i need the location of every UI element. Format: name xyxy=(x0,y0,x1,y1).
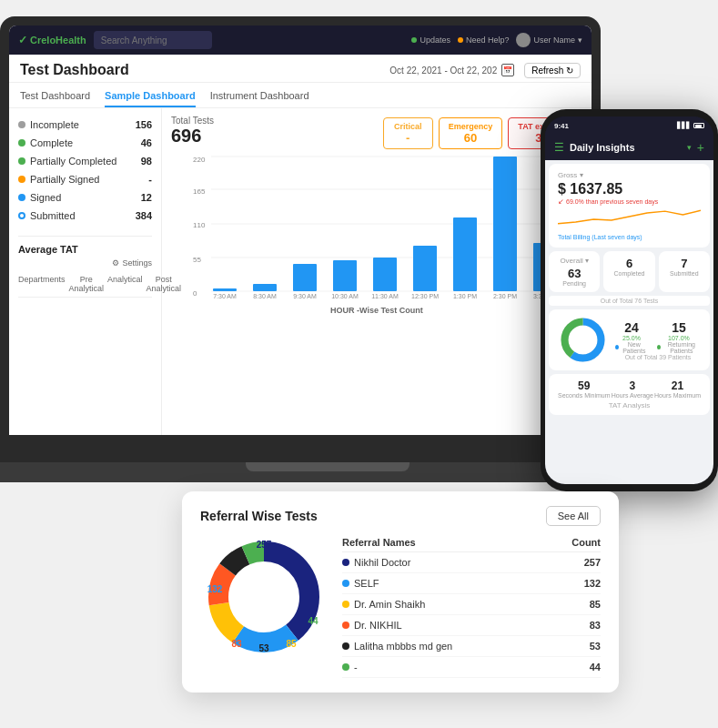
phone: 9:41 ▋▋▋ ☰ Daily Insights ▾ + Gross ▾ $ … xyxy=(541,109,718,491)
svg-rect-24 xyxy=(493,157,517,291)
phone-stats-row: Overall ▾ 63 Pending 6 Completed 7 Submi… xyxy=(549,251,710,292)
referral-content: 257 132 44 53 83 85 Referral Names Count… xyxy=(200,533,601,678)
ref-row-nikhil2: Dr. NIKHIL 83 xyxy=(342,615,601,636)
see-all-button[interactable]: See All xyxy=(546,506,601,526)
svg-text:10:30 AM: 10:30 AM xyxy=(331,293,359,299)
svg-text:12:30 PM: 12:30 PM xyxy=(411,293,439,299)
chart-area: Total Tests 696 Critical - Emergency 60 xyxy=(162,108,592,435)
referral-donut: 257 132 44 53 83 85 xyxy=(200,533,328,661)
referral-title: Referral Wise Tests xyxy=(200,509,318,523)
badges: Critical - Emergency 60 TAT exceeded 330 xyxy=(223,117,582,149)
billing-label: Total Billing (Last seven days) xyxy=(558,234,701,240)
svg-rect-12 xyxy=(253,284,277,291)
tabs: Test Dashboard Sample Dashboard Instrume… xyxy=(9,83,592,108)
phone-header: ☰ Daily Insights ▾ + xyxy=(545,135,713,160)
user-nav[interactable]: User Name ▾ xyxy=(516,33,582,47)
chart-top: Total Tests 696 Critical - Emergency 60 xyxy=(171,116,582,149)
bar-chart-svg: 0 55 110 165 220 xyxy=(171,155,582,300)
total-tests-value: 696 xyxy=(171,126,214,147)
phone-plus-icon[interactable]: + xyxy=(697,140,704,155)
chart-x-label: HOUR -Wise Test Count xyxy=(171,306,582,315)
svg-text:85: 85 xyxy=(286,639,297,649)
phone-stat-submitted: 7 Submitted xyxy=(659,251,710,292)
dashboard: Test Dashboard Oct 22, 2021 - Oct 22, 20… xyxy=(9,55,592,435)
stat-incomplete: Incomplete 156 xyxy=(18,116,152,134)
svg-text:1:30 PM: 1:30 PM xyxy=(453,293,477,299)
svg-text:55: 55 xyxy=(193,256,201,264)
ref-row-lalitha: Lalitha mbbbs md gen 53 xyxy=(342,636,601,657)
ref-row-self: SELF 132 xyxy=(342,573,601,594)
refresh-button[interactable]: Refresh ↻ xyxy=(524,63,581,78)
phone-tat-card: 59 Seconds Minimum 3 Hours Average 21 Ho… xyxy=(549,374,710,415)
date-range: Oct 22, 2021 - Oct 22, 202 📅 Refresh ↻ xyxy=(389,63,581,78)
phone-donut-card: 24 25.0% New Patients 15 107.0% xyxy=(549,309,710,370)
incomplete-dot xyxy=(18,121,25,128)
search-input[interactable] xyxy=(94,31,212,49)
stat-partially-signed: Partially Signed - xyxy=(18,170,152,188)
phone-dropdown[interactable]: ▾ xyxy=(687,143,692,152)
updates-nav: Updates xyxy=(411,35,450,45)
phone-stat-pending: Overall ▾ 63 Pending xyxy=(549,251,600,292)
page-title: Test Dashboard xyxy=(20,62,389,78)
tat-table: Departments Pre Analytical Analytical Po… xyxy=(18,275,152,298)
laptop-screen: ✓ CreloHealth Updates Need Help? User Na… xyxy=(9,25,592,435)
stat-complete: Complete 46 xyxy=(18,134,152,152)
svg-text:8:30 AM: 8:30 AM xyxy=(253,293,277,299)
complete-dot xyxy=(18,139,25,147)
phone-title: Daily Insights xyxy=(570,142,682,153)
svg-text:0: 0 xyxy=(193,289,197,298)
signal-icon: ▋▋▋ xyxy=(677,122,691,129)
ref-row-nikhil: Nikhil Doctor 257 xyxy=(342,552,601,573)
stat-submitted: Submitted 384 xyxy=(18,207,152,225)
hamburger-icon[interactable]: ☰ xyxy=(554,141,564,154)
svg-rect-10 xyxy=(213,288,237,291)
stat-partially-completed: Partially Completed 98 xyxy=(18,152,152,170)
settings-link[interactable]: ⚙ Settings xyxy=(112,258,152,268)
svg-rect-20 xyxy=(413,246,437,291)
tab-test-dashboard[interactable]: Test Dashboard xyxy=(20,86,90,107)
main-content: Incomplete 156 Complete 46 xyxy=(9,108,592,435)
svg-text:220: 220 xyxy=(193,156,206,164)
tab-sample-dashboard[interactable]: Sample Dashboard xyxy=(105,86,196,107)
help-dot xyxy=(458,37,463,43)
svg-text:257: 257 xyxy=(257,540,272,550)
submitted-dot xyxy=(18,212,25,219)
svg-text:44: 44 xyxy=(308,616,319,626)
svg-rect-18 xyxy=(373,258,397,291)
svg-text:83: 83 xyxy=(231,639,242,649)
phone-amount: $ 1637.85 xyxy=(558,181,701,197)
chevron-down-icon: ▾ xyxy=(578,35,582,45)
signed-dot xyxy=(18,194,25,201)
referral-card-header: Referral Wise Tests See All xyxy=(200,506,601,526)
phone-screen: 9:41 ▋▋▋ ☰ Daily Insights ▾ + Gross ▾ $ … xyxy=(545,116,713,484)
svg-text:2:30 PM: 2:30 PM xyxy=(493,293,517,299)
battery-icon xyxy=(693,123,704,128)
svg-text:9:30 AM: 9:30 AM xyxy=(293,293,317,299)
referral-table: Referral Names Count Nikhil Doctor 257 S… xyxy=(342,533,601,678)
calendar-icon[interactable]: 📅 xyxy=(501,64,514,76)
help-nav: Need Help? xyxy=(458,35,510,45)
svg-text:11:30 AM: 11:30 AM xyxy=(371,293,399,299)
tab-instrument-dashboard[interactable]: Instrument Dashboard xyxy=(210,86,309,107)
svg-rect-14 xyxy=(293,264,317,291)
phone-content: Gross ▾ $ 1637.85 ↙ 69.0% than previous … xyxy=(545,160,713,484)
laptop: ✓ CreloHealth Updates Need Help? User Na… xyxy=(0,16,601,462)
app-logo: ✓ CreloHealth xyxy=(18,34,86,46)
partially-signed-dot xyxy=(18,176,25,183)
partially-completed-dot xyxy=(18,157,25,165)
svg-text:53: 53 xyxy=(258,643,269,653)
phone-trend: ↙ 69.0% than previous seven days xyxy=(558,197,701,206)
total-tests-label: Total Tests xyxy=(171,116,214,126)
nav-bar: ✓ CreloHealth Updates Need Help? User Na… xyxy=(9,25,592,55)
svg-text:165: 165 xyxy=(193,187,206,196)
laptop-notch xyxy=(246,462,410,471)
svg-rect-22 xyxy=(453,217,477,291)
badge-critical: Critical - xyxy=(383,117,433,149)
referral-table-header: Referral Names Count xyxy=(342,533,601,552)
badge-emergency: Emergency 60 xyxy=(439,117,503,149)
ref-row-amin: Dr. Amin Shaikh 85 xyxy=(342,594,601,615)
svg-rect-16 xyxy=(333,260,357,291)
ref-row-dash: - 44 xyxy=(342,657,601,678)
referral-card: Referral Wise Tests See All 257 132 44 5… xyxy=(182,491,619,693)
updates-dot xyxy=(411,37,417,43)
